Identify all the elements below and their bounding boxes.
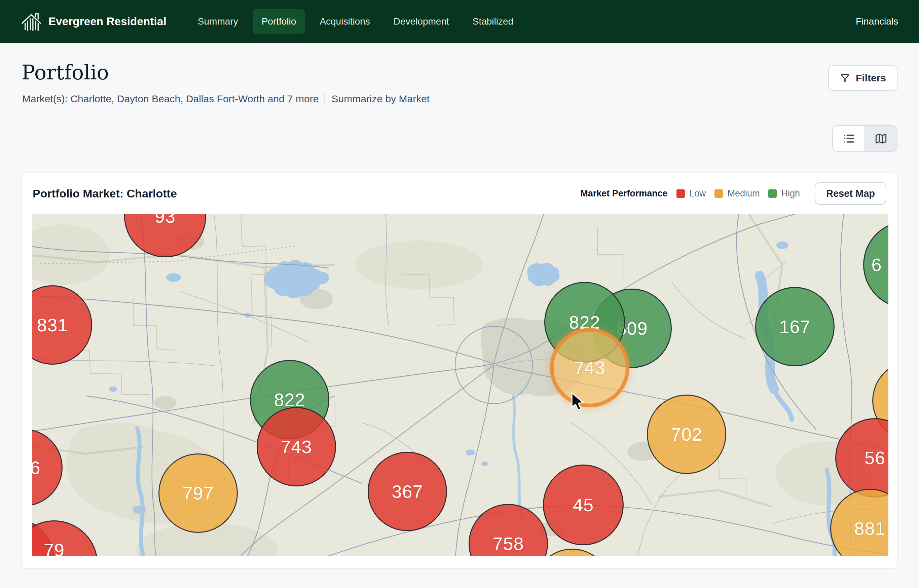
bubble-value: 797 <box>183 483 213 504</box>
page-title: Portfolio <box>21 61 109 84</box>
subtitle-divider <box>325 92 325 105</box>
bubble-value: 56 <box>864 447 885 468</box>
nav-item-portfolio[interactable]: Portfolio <box>253 9 305 34</box>
legend-chip-high <box>768 189 777 198</box>
filters-button[interactable]: Filters <box>828 65 898 91</box>
legend-title: Market Performance <box>580 188 668 199</box>
bubble-value: 831 <box>37 315 68 335</box>
legend-item-low: Low <box>677 188 706 199</box>
bubble-value: 79 <box>44 540 65 556</box>
bubble-value: 743 <box>574 357 605 378</box>
map-bubble-743[interactable]: 743 <box>550 328 629 407</box>
map-icon <box>874 132 888 145</box>
list-view-button[interactable] <box>833 126 864 151</box>
house-logo-icon <box>21 13 42 31</box>
map-bubble-702[interactable]: 702 <box>647 394 726 474</box>
bubble-value: 743 <box>281 436 312 457</box>
funnel-icon <box>840 73 850 83</box>
nav-item-stabilized[interactable]: Stabilized <box>464 9 522 34</box>
map-bubble-45[interactable]: 45 <box>543 465 623 545</box>
brand-name: Evergreen Residential <box>48 15 166 28</box>
list-icon <box>842 132 855 145</box>
legend-item-medium: Medium <box>714 188 759 199</box>
bubble-value: 881 <box>854 518 885 539</box>
bubble-value: 6 <box>32 457 41 478</box>
nav-item-financials[interactable]: Financials <box>856 16 898 27</box>
nav-item-acquisitions[interactable]: Acquisitions <box>310 9 379 34</box>
legend-item-high: High <box>768 188 800 199</box>
bubble-value: 758 <box>493 533 524 554</box>
map-view-button[interactable] <box>864 126 897 151</box>
page-subtitle: Market(s): Charlotte, Dayton Beach, Dall… <box>22 92 430 106</box>
card-header: Portfolio Market: Charlotte Market Perfo… <box>32 173 887 214</box>
bubble-value: 6 <box>871 254 882 275</box>
summarize-by-text: Summarize by Market <box>331 93 430 105</box>
portfolio-map-card: Portfolio Market: Charlotte Market Perfo… <box>21 172 898 569</box>
bubble-value: 45 <box>573 494 594 515</box>
nav-links: Summary Portfolio Acquisitions Developme… <box>189 9 522 34</box>
view-toggle <box>832 125 898 152</box>
map-legend: Market Performance Low Medium High Reset… <box>580 182 887 205</box>
nav-item-summary[interactable]: Summary <box>189 9 247 34</box>
map-bubble-367[interactable]: 367 <box>368 452 447 531</box>
map-bubble-797[interactable]: 797 <box>158 454 238 533</box>
reset-map-button[interactable]: Reset Map <box>815 182 887 205</box>
bubble-value: 702 <box>671 424 702 445</box>
map-bubble-743[interactable]: 743 <box>257 407 336 486</box>
brand-logo[interactable]: Evergreen Residential <box>21 13 166 31</box>
bubble-value: 167 <box>779 316 810 337</box>
nav-item-development[interactable]: Development <box>384 9 458 34</box>
bubble-value: 93 <box>155 214 176 227</box>
legend-chip-low <box>677 189 685 198</box>
markets-summary-text: Market(s): Charlotte, Dayton Beach, Dall… <box>22 93 318 105</box>
legend-chip-medium <box>714 189 723 198</box>
map-bubble-167[interactable]: 167 <box>755 287 835 366</box>
top-navigation: Evergreen Residential Summary Portfolio … <box>0 0 919 43</box>
filters-label: Filters <box>856 72 886 84</box>
map-canvas[interactable]: 6809822167938318227437973677025688145758… <box>32 214 888 556</box>
bubble-value: 367 <box>392 481 423 502</box>
card-title: Portfolio Market: Charlotte <box>32 187 177 200</box>
